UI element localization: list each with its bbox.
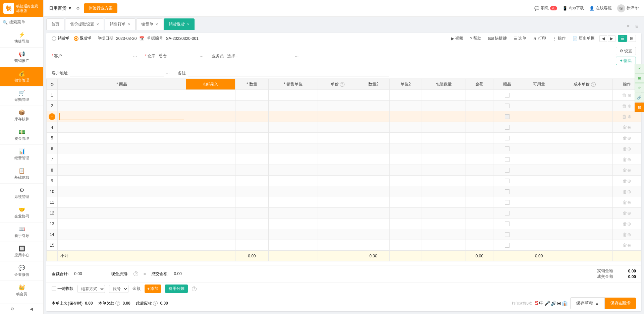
account-select[interactable]: 账号 <box>109 285 128 293</box>
tab-close-icon[interactable]: ✕ <box>155 22 158 26</box>
right-float-btn-3[interactable]: ☆ <box>635 83 644 92</box>
gift-checkbox[interactable] <box>505 157 509 162</box>
right-float-btn-active[interactable]: ⊟ <box>635 103 644 112</box>
copy-icon[interactable]: ⊕ <box>627 232 631 237</box>
staff-input[interactable] <box>226 53 293 59</box>
delete-icon[interactable]: 🗑 <box>622 103 627 109</box>
sidebar-item-basic-info[interactable]: 📋 基础信息 <box>0 164 43 184</box>
th-gear[interactable]: ⚙ <box>47 79 58 90</box>
online-service-item[interactable]: 👤 在线客服 <box>589 5 612 11</box>
delete-icon[interactable]: 🗑 <box>622 114 627 119</box>
radio-sales-delivery[interactable]: 销货单 <box>52 36 70 41</box>
amount-cell[interactable] <box>466 90 493 101</box>
tab-sales-order[interactable]: 销售订单 ✕ <box>105 18 136 30</box>
video-btn[interactable]: ▶ 视频 <box>449 35 465 42</box>
qty2-cell[interactable] <box>357 111 389 122</box>
tab-close-icon[interactable]: ✕ <box>128 22 130 26</box>
history-btn[interactable]: 📄 历史单据 <box>571 35 597 42</box>
save-draft-button[interactable]: 保存草稿 ▲ <box>570 297 605 309</box>
tab-sales-delivery[interactable]: 销货单 ✕ <box>136 18 163 30</box>
qty-cell[interactable] <box>235 90 268 101</box>
delete-icon[interactable]: 🗑 <box>623 178 627 184</box>
price-cell[interactable] <box>318 111 357 122</box>
settings-gear-icon[interactable]: ⚙ <box>76 6 80 11</box>
warehouse-picker-icon[interactable]: ··· <box>200 53 204 59</box>
copy-icon[interactable]: ⊕ <box>627 125 631 130</box>
next-btn[interactable]: ▶ <box>608 35 615 42</box>
gift-cell[interactable] <box>493 101 521 111</box>
gift-checkbox[interactable] <box>505 211 509 215</box>
gift-checkbox[interactable] <box>505 168 509 173</box>
sidebar-item-operations[interactable]: 📊 经营管理 <box>0 145 43 164</box>
tab-price-setting[interactable]: 售价提取设置 ✕ <box>65 18 104 30</box>
scan-button[interactable]: 扫码录入 <box>201 81 220 87</box>
sidebar-item-wechat[interactable]: 💬 企业微信 <box>0 261 43 281</box>
delete-icon[interactable]: 🗑 <box>623 200 627 205</box>
radio-sales-return[interactable]: 退货单 <box>74 36 92 41</box>
gift-checkbox[interactable] <box>505 222 509 226</box>
sidebar-item-app-center[interactable]: 🔲 应用中心 <box>0 242 43 261</box>
unit-cell[interactable] <box>268 101 318 111</box>
gift-checkbox[interactable] <box>505 189 509 194</box>
app-download-item[interactable]: 📱 App下载 <box>562 5 584 11</box>
gift-cell[interactable] <box>493 90 521 101</box>
delete-icon[interactable]: 🗑 <box>623 146 627 151</box>
unit2-cell[interactable] <box>389 111 422 122</box>
copy-icon[interactable]: ⊕ <box>627 221 631 227</box>
warehouse-input[interactable] <box>157 53 198 59</box>
unit-cell[interactable] <box>268 90 318 101</box>
price-cell[interactable] <box>318 101 357 111</box>
right-float-btn-1[interactable]: ✓ <box>635 64 644 73</box>
tab-close-all-icon[interactable]: ✕ <box>624 22 633 30</box>
gift-checkbox[interactable] <box>505 179 509 183</box>
gift-checkbox[interactable] <box>505 104 509 108</box>
sidebar-item-finance[interactable]: 💵 资金管理 <box>0 125 43 145</box>
product-input[interactable] <box>60 113 184 120</box>
copy-icon[interactable]: ⊕ <box>627 146 631 151</box>
one-key-pay-checkbox[interactable]: 一键收款 <box>52 286 73 292</box>
print-btn[interactable]: 🖨 打印 <box>531 35 548 42</box>
action-btn[interactable]: ⋮ 操作 <box>551 35 568 42</box>
sidebar-item-member[interactable]: 👑 畅会员 <box>0 281 43 300</box>
amount-cell[interactable] <box>466 101 493 111</box>
save-and-new-button[interactable]: 保存&新增 <box>605 298 636 309</box>
gift-cell[interactable] <box>493 111 521 122</box>
qty2-cell[interactable] <box>357 101 389 111</box>
customer-input[interactable] <box>64 53 131 59</box>
right-float-btn-2[interactable]: ⊞ <box>635 73 644 83</box>
gift-checkbox[interactable] <box>505 125 509 130</box>
delete-icon[interactable]: 🗑 <box>623 243 627 248</box>
staff-picker-icon[interactable]: ··· <box>295 53 299 59</box>
pack-qty-cell[interactable] <box>422 90 466 101</box>
delete-icon[interactable]: 🗑 <box>623 232 627 237</box>
copy-icon[interactable]: ⊕ <box>628 92 632 98</box>
note-input[interactable] <box>188 70 389 76</box>
tab-close-icon[interactable]: ✕ <box>187 22 190 26</box>
sidebar-item-purchase[interactable]: 🛒 采购管理 <box>0 86 43 106</box>
copy-icon[interactable]: ⊕ <box>627 243 631 248</box>
delete-icon[interactable]: 🗑 <box>623 135 627 141</box>
delete-icon[interactable]: 🗑 <box>623 157 627 162</box>
collapse-icon[interactable]: ◀ <box>30 307 33 311</box>
calendar-icon[interactable]: 📅 <box>139 36 144 41</box>
tab-home[interactable]: 首页 <box>46 18 64 30</box>
select-btn[interactable]: ☰ 选单 <box>512 35 528 42</box>
delete-icon[interactable]: 🗑 <box>623 210 627 216</box>
sidebar-item-system[interactable]: ⚙ 系统管理 <box>0 184 43 203</box>
tab-sales-return[interactable]: 销货退货 ✕ <box>164 18 195 30</box>
sidebar-search[interactable]: 🔍 搜索菜单 <box>0 17 43 28</box>
copy-icon[interactable]: ⊕ <box>627 210 631 216</box>
settings-icon[interactable]: ⚙ <box>10 307 14 311</box>
pack-qty-cell[interactable] <box>422 101 466 111</box>
sidebar-item-guide[interactable]: 📖 新手引导 <box>0 223 43 242</box>
customer-picker-icon[interactable]: ··· <box>133 53 137 59</box>
gift-checkbox[interactable] <box>505 232 509 237</box>
qty-cell[interactable] <box>235 111 268 122</box>
qty2-cell[interactable] <box>357 90 389 101</box>
copy-icon[interactable]: ⊕ <box>627 168 631 173</box>
delete-icon[interactable]: 🗑 <box>623 125 627 130</box>
help-btn[interactable]: ? 帮助 <box>468 35 483 42</box>
qty-cell[interactable] <box>235 101 268 111</box>
delete-icon[interactable]: 🗑 <box>622 92 627 98</box>
shortcut-btn[interactable]: ⌨ 快捷键 <box>486 35 509 42</box>
